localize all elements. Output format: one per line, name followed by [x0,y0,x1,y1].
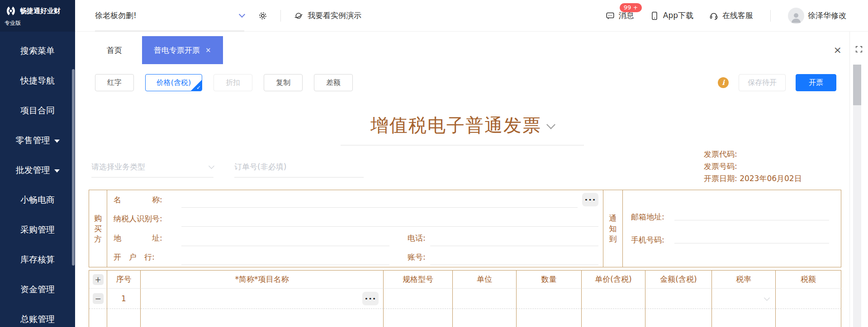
info-icon[interactable]: i [718,77,729,88]
price-tax-included-button[interactable]: 价格(含税) ✓ [145,74,202,91]
business-type-select[interactable]: 请选择业务类型 [91,162,213,178]
tab-invoice-active[interactable]: 普电专票开票 × [142,36,223,64]
sidebar-item-inventory-accounting[interactable]: 库存核算 [0,245,75,275]
brand-edition: 专业版 [5,19,71,27]
sidebar-item-wholesale-mgmt[interactable]: 批发管理 [0,155,75,185]
issue-invoice-button[interactable]: 开票 [796,74,836,91]
title-underline [341,145,584,145]
buyer-address-input[interactable] [181,246,389,246]
row-unit-price-cell[interactable] [582,289,645,309]
buyer-address-row: 地 址: 电话: [114,229,603,248]
buyer-taxid-input[interactable] [181,226,598,227]
messages-button[interactable]: 消息 99 + [605,10,634,21]
tab-home[interactable]: 首页 [95,36,134,64]
tab-label: 首页 [107,45,122,56]
row-seq: 1 [107,289,141,309]
online-service-button[interactable]: 在线客服 [709,10,753,21]
buyer-taxid-label: 纳税人识别号: [114,214,181,224]
invoice-title-dropdown[interactable]: 增值税电子普通发票 [370,115,554,135]
col-header-unit-price: 单价(含税) [582,271,645,289]
col-header-item-name: *简称*项目名称 [141,271,384,289]
buyer-fields: 名 称: ••• 纳税人识别号: 地 址: 电话: [107,190,603,267]
notify-email-input[interactable] [674,220,829,220]
buyer-name-label: 名 称: [114,195,181,205]
notify-mobile-input[interactable] [674,243,829,243]
red-letter-button[interactable]: 红字 [95,74,134,91]
brand-name: 畅捷通好业财 [20,7,61,15]
caret-down-icon [54,140,60,143]
button-label: 复制 [276,78,290,88]
empty-cell [517,309,582,327]
row-amount-cell[interactable] [645,289,712,309]
invoice-meta: 发票代码: 发票号码: 开票日期: 2023年06月02日 [704,148,802,185]
avatar [788,8,804,24]
col-header-tax-rate: 税率 [712,271,776,289]
difference-button[interactable]: 差额 [314,74,353,91]
invoice-sheet: 增值税电子普通发票 发票代码: 发票号码: 开票日期: 2023年06月02日 … [75,101,868,327]
row-spec-cell[interactable] [384,289,453,309]
row-tax-rate-select[interactable] [712,289,776,309]
col-header-amount: 金额(含税) [645,271,712,289]
chevron-down-icon [209,163,214,169]
add-row-cell: + [89,271,107,289]
sidebar-item-xiaochang-ecom[interactable]: 小畅电商 [0,185,75,215]
ellipsis-button[interactable]: ••• [582,193,598,206]
items-header-row: + 序号 *简称*项目名称 规格型号 单位 数量 单价(含税) 金额(含税) 税… [89,271,841,289]
page-scrollbar-handle[interactable] [853,65,861,105]
remove-row-button[interactable]: − [93,293,104,304]
buyer-name-input[interactable] [181,207,578,208]
invoice-date-value: 2023年06月02日 [740,174,802,183]
sidebar-item-label: 资金管理 [20,284,55,295]
buyer-phone-input[interactable] [430,246,598,246]
user-menu[interactable]: 徐泽华修改 [788,8,846,24]
order-no-input[interactable]: 订单号(非必填) [234,162,364,178]
sidebar-item-quick-nav[interactable]: 快捷导航 [0,66,75,96]
buyer-bank-row: 开 户 行: 账号: [114,248,603,267]
sidebar-item-search-menu[interactable]: 搜索菜单 [0,36,75,66]
tab-label: 普电专票开票 [154,45,200,56]
row-qty-cell[interactable] [517,289,582,309]
buyer-bank-label: 开 户 行: [114,252,181,262]
invoice-code-label: 发票代码: [704,149,737,159]
notify-mobile-row: 手机号码: [631,235,829,245]
buyer-bank-input[interactable] [181,265,389,265]
company-selector[interactable]: 徐老板勿删! [95,0,244,31]
order-no-placeholder: 订单号(非必填) [234,162,286,172]
page-scrollbar-track[interactable] [853,65,861,327]
sidebar-scrollbar[interactable] [72,69,75,266]
col-header-unit: 单位 [453,271,517,289]
buyer-account-input[interactable] [430,265,598,265]
demo-link[interactable]: 我要看实例演示 [294,10,361,21]
empty-cell [712,309,776,327]
notify-email-row: 邮箱地址: [631,212,829,222]
topbar: 徐老板勿删! 我要看实例演示 [75,0,868,32]
sidebar-item-retail-mgmt[interactable]: 零售管理 [0,126,75,155]
discount-button: 折扣 [213,74,252,91]
sidebar-item-label: 总账管理 [20,313,55,325]
sidebar-item-purchase-mgmt[interactable]: 采购管理 [0,215,75,245]
ellipsis-button[interactable]: ••• [362,292,379,305]
row-item-name-cell[interactable]: ••• [141,289,384,309]
notify-fields: 邮箱地址: 手机号码: [623,190,841,267]
gear-icon[interactable] [258,11,268,21]
tab-close-icon[interactable]: × [205,47,211,54]
sidebar-item-label: 批发管理 [16,164,50,176]
empty-cell [776,309,841,327]
empty-cell [107,309,141,327]
close-icon[interactable]: × [834,45,842,55]
row-unit-cell[interactable] [453,289,517,309]
expand-icon[interactable] [850,45,868,53]
app-download-button[interactable]: App下载 [650,10,693,21]
save-draft-button: 保存待开 [739,74,786,91]
invoice-title-wrap: 增值税电子普通发票 [75,113,849,145]
sidebar-item-project-contract[interactable]: 项目合同 [0,96,75,126]
row-tax-amount-cell[interactable] [776,289,841,309]
add-row-button[interactable]: + [93,274,104,285]
sidebar-item-funds-mgmt[interactable]: 资金管理 [0,275,75,304]
copy-button[interactable]: 复制 [264,74,303,91]
sidebar-item-general-ledger[interactable]: 总账管理 [0,304,75,327]
main-area: 徐老板勿删! 我要看实例演示 [75,0,868,327]
toolbar-right: i 保存待开 开票 [718,74,836,91]
col-header-tax-amount: 税额 [776,271,841,289]
sidebar-item-label: 快捷导航 [20,75,55,87]
